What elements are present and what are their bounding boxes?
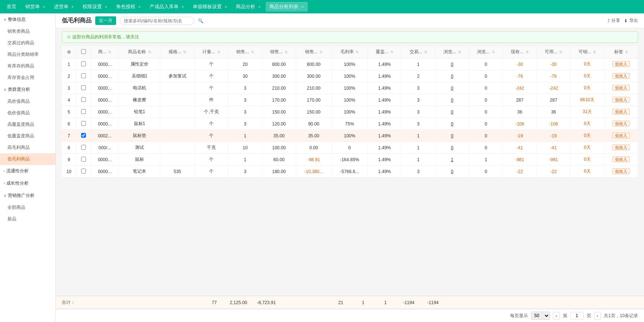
row-select-checkbox[interactable] (81, 109, 86, 114)
nav-goods-analysis[interactable]: 商品分析 × (232, 2, 264, 12)
sidebar-item-sales-goods[interactable]: 销售类商品 (0, 26, 55, 37)
col-avail[interactable]: 可用... ⇅ (536, 46, 570, 58)
col-browse2[interactable]: 浏览... ⇅ (469, 46, 503, 58)
row-browse1[interactable]: 0 (435, 118, 469, 130)
sidebar-group-flow[interactable]: › 流通性分析 (0, 165, 55, 177)
sidebar-group-marketing[interactable]: ∨ 营销推广分析 (0, 189, 55, 202)
row-checkbox (76, 130, 91, 142)
nav-purchase-close[interactable]: × (71, 4, 74, 9)
search-input[interactable] (120, 17, 194, 25)
col-qty[interactable]: 销售... ⇅ (228, 46, 262, 58)
sidebar-item-stock-goods[interactable]: 有库存的商品 (0, 60, 55, 72)
row-select-checkbox[interactable] (81, 157, 86, 162)
sidebar-item-low-value[interactable]: 低价值商品 (0, 107, 55, 119)
row-stock: 36 (503, 106, 537, 118)
sidebar-item-new-goods[interactable]: 新品 (0, 213, 55, 225)
col-unit[interactable]: 计量... ⇅ (195, 46, 228, 58)
select-all-checkbox[interactable] (81, 49, 86, 54)
row-select-checkbox[interactable] (81, 145, 86, 150)
nav-roles[interactable]: 角色授权 × (112, 2, 144, 12)
row-tag: 低收入 (604, 154, 638, 166)
nav-goods-list-close[interactable]: × (301, 4, 304, 9)
filter-recent-month-button[interactable]: 近一月 (95, 16, 116, 25)
sidebar-group-growth[interactable]: › 成长性分析 (0, 177, 55, 189)
nav-product-entry-close[interactable]: × (182, 4, 184, 9)
row-select-checkbox[interactable] (81, 61, 86, 66)
col-coverage[interactable]: 覆盖... ⇅ (368, 46, 401, 58)
main-content: 低毛利商品 近一月 🔍 ⤴ 分享 ⬇ 导出 ☆ 这部分商品的利润非常低，请关注 (56, 13, 644, 322)
nav-product-entry[interactable]: 产成品入库单 × (146, 2, 188, 12)
row-select-checkbox[interactable] (81, 73, 86, 78)
sidebar-item-stock-capital[interactable]: 库存资金占用 (0, 72, 55, 83)
row-browse1[interactable]: 0 (435, 82, 469, 94)
row-browse1[interactable]: 0 (435, 106, 469, 118)
row-browse1[interactable]: 0 (435, 166, 469, 178)
col-margin[interactable]: 毛利率 ⇅ (331, 46, 368, 58)
sidebar-group-cluster[interactable]: ∨ 类群度分析 (0, 83, 55, 96)
col-spec[interactable]: 规格... ⇅ (160, 46, 195, 58)
total-qty: 77 (203, 300, 225, 305)
nav-goods-analysis-list[interactable]: 商品分析列表 × (266, 2, 307, 12)
prev-page-button[interactable]: ‹ (553, 312, 560, 320)
col-stock[interactable]: 现有... ⇅ (503, 46, 537, 58)
sidebar-group-overall[interactable]: ∨ 整体信息 (0, 13, 55, 26)
row-select-checkbox[interactable] (81, 85, 86, 90)
next-page-button[interactable]: › (594, 312, 601, 320)
row-select-checkbox[interactable] (81, 133, 86, 138)
row-browse1[interactable]: 1 (435, 154, 469, 166)
row-browse1[interactable]: 0 (435, 130, 469, 142)
share-button[interactable]: ⤴ 分享 (608, 17, 620, 24)
row-select-checkbox[interactable] (81, 169, 86, 173)
nav-sales-close[interactable]: × (43, 4, 45, 9)
export-button[interactable]: ⬇ 导出 (624, 17, 638, 24)
nav-purchase[interactable]: 进货单 × (50, 2, 77, 12)
row-tag: 低收入 (604, 106, 638, 118)
row-browse1[interactable]: 0 (435, 142, 469, 154)
page-input[interactable] (570, 312, 584, 319)
row-browse1[interactable]: 0 (435, 70, 469, 82)
col-browse1[interactable]: 浏览... ⇅ (435, 46, 469, 58)
row-stock: -242 (503, 82, 537, 94)
col-name[interactable]: 商品名称 ⇅ (119, 46, 160, 58)
row-name: 鼠标垫 (119, 130, 160, 142)
row-select-checkbox[interactable] (81, 97, 86, 102)
nav-goods-close[interactable]: × (258, 4, 260, 9)
row-no: 9 (62, 154, 76, 166)
nav-home[interactable]: 首页 (3, 2, 20, 12)
sidebar-item-low-coverage[interactable]: 低覆盖度商品 (0, 130, 55, 142)
row-browse1[interactable]: 0 (435, 58, 469, 70)
row-spec (160, 118, 195, 130)
col-sellable[interactable]: 可销... ⇅ (570, 46, 604, 58)
nav-template-close[interactable]: × (225, 4, 227, 9)
col-trade[interactable]: 交易... ⇅ (401, 46, 435, 58)
row-avail: -76 (536, 70, 570, 82)
col-code[interactable]: 商... ⇅ (91, 46, 119, 58)
nav-template[interactable]: 单据模板设置 × (189, 2, 231, 12)
row-no: 8 (62, 142, 76, 154)
nav-permissions-close[interactable]: × (105, 4, 107, 9)
nav-sales[interactable]: 销货单 × (22, 2, 49, 12)
sidebar-item-high-coverage[interactable]: 高覆盖度商品 (0, 119, 55, 130)
row-code: 0000... (91, 106, 119, 118)
page-size-select[interactable]: 50 100 (531, 312, 550, 320)
sidebar-item-traded-goods[interactable]: 交易过的商品 (0, 37, 55, 49)
sidebar-group-growth-label: 成长性分析 (6, 180, 29, 186)
row-browse1[interactable]: 0 (435, 94, 469, 106)
row-select-checkbox[interactable] (81, 121, 86, 126)
nav-roles-close[interactable]: × (138, 4, 141, 9)
row-avail: -242 (536, 82, 570, 94)
footer-total-row: 合计： 77 2,125.00 -8,723.91 21 1 1 -1194 -… (56, 296, 644, 309)
col-price[interactable]: 销售... ⇅ (262, 46, 296, 58)
search-icon[interactable]: 🔍 (198, 18, 204, 23)
col-settings[interactable]: ⚙ (62, 46, 76, 58)
row-name: 测试 (119, 142, 160, 154)
arrow-flow: › (4, 169, 5, 173)
sidebar-item-all-goods[interactable]: 全部商品 (0, 202, 55, 213)
sidebar-item-high-value[interactable]: 高价值商品 (0, 96, 55, 107)
col-tag[interactable]: 标签 ⇅ (604, 46, 638, 58)
sidebar-item-high-margin[interactable]: 高毛利商品 (0, 142, 55, 153)
sidebar-item-category-rate[interactable]: 商品分类助销率 (0, 49, 55, 60)
col-sales[interactable]: 销售... ⇅ (296, 46, 331, 58)
sidebar-item-low-margin[interactable]: 低毛利商品 (0, 153, 55, 165)
nav-permissions[interactable]: 权限设置 × (79, 2, 111, 12)
